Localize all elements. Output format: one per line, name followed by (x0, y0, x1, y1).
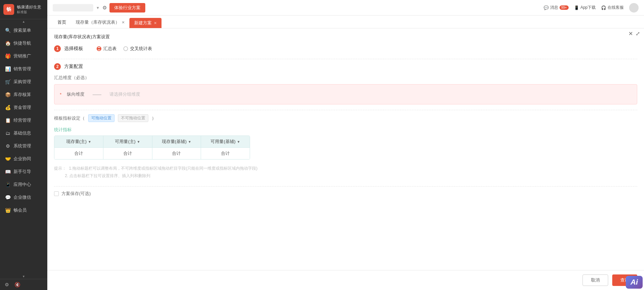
service-icon: 🎧 (601, 5, 606, 10)
scroll-up-indicator: ▲ (0, 19, 47, 24)
sidebar-item-finance[interactable]: 💰 资金管理 (0, 101, 47, 114)
sidebar-item-purchase[interactable]: 🛒 采购管理 (0, 75, 47, 88)
sidebar-item-search-label: 搜索菜单 (14, 27, 31, 33)
sidebar-item-sales-label: 销售管理 (14, 66, 31, 72)
sidebar-item-apps[interactable]: 📱 应用中心 (0, 178, 47, 191)
tab-inventory-close-icon[interactable]: ✕ (122, 20, 125, 25)
sidebar-item-apps-label: 应用中心 (14, 182, 31, 188)
sidebar-item-sales[interactable]: 📊 销售管理 (0, 63, 47, 75)
gear-icon[interactable]: ⚙ (102, 5, 107, 11)
sidebar-item-finance-label: 资金管理 (14, 104, 31, 111)
online-service-item[interactable]: 🎧 在线客服 (601, 5, 624, 10)
sidebar-item-shortcut-label: 快捷导航 (14, 40, 31, 46)
radio-cross[interactable]: 交叉统计表 (123, 46, 152, 52)
settings-icon[interactable]: ⚙ (5, 282, 9, 287)
template-indicator-suffix: ） (152, 115, 156, 121)
trial-button[interactable]: 体验行业方案 (109, 3, 145, 13)
cancel-button[interactable]: 取消 (583, 274, 608, 286)
online-service-label: 在线客服 (608, 5, 624, 10)
tip-text-1: 1.拖动标题栏可以调整布局，不可跨维度或指标区域拖动栏目字段(只能在同一维度或指… (69, 165, 257, 172)
tab-new-plan-label: 新建方案 (134, 20, 152, 26)
messages-item[interactable]: 💬 消息 99+ (544, 5, 569, 10)
weixin-icon: 💬 (5, 194, 11, 200)
ai-badge[interactable]: Ai (626, 276, 643, 289)
col-current-main[interactable]: 现存量(主) ▼ (54, 136, 103, 147)
apps-icon: 📱 (5, 182, 11, 188)
scroll-down-indicator: ▼ (0, 274, 47, 279)
sidebar-item-marketing[interactable]: 🎁 营销推广 (0, 50, 47, 63)
step1-section: 1 选择模板 汇总表 交叉统计表 (54, 45, 637, 52)
dropdown-icon[interactable]: ▼ (96, 6, 100, 10)
content-area: ✕ ⤢ 现存量(库存状况表)方案设置 1 选择模板 汇总表 (47, 28, 644, 270)
sidebar-item-newguide[interactable]: 📖 新手引导 (0, 165, 47, 178)
cell-2: 合计 (152, 148, 201, 159)
stats-table: 现存量(主) ▼ 可用量(主) ▼ 现存量(基辅) ▼ (54, 136, 250, 160)
radio-cross-circle (123, 46, 128, 51)
sidebar-item-basic-label: 基础信息 (14, 130, 31, 136)
header-right: 💬 消息 99+ 📱 App下载 🎧 在线客服 (544, 3, 639, 13)
tip-line-2: 2. 点击标题栏下拉可设置排序、插入列和删除列 (54, 172, 637, 180)
divider1 (54, 59, 637, 59)
sidebar-item-inventory[interactable]: 📦 库存核算 (0, 88, 47, 101)
app-download-item[interactable]: 📱 App下载 (574, 5, 596, 10)
tab-new-plan[interactable]: 新建方案 ✕ (129, 18, 162, 28)
radio-cross-label: 交叉统计表 (130, 46, 152, 52)
radio-group: 汇总表 交叉统计表 (97, 46, 152, 52)
tip-line-1: 提示： 1.拖动标题栏可以调整布局，不可跨维度或指标区域拖动栏目字段(只能在同一… (54, 165, 637, 172)
close-button[interactable]: ✕ (628, 30, 633, 37)
radio-summary[interactable]: 汇总表 (97, 46, 117, 52)
app-logo: 畅 畅康通好生意 标准版 (0, 0, 47, 19)
sidebar-item-member-label: 畅会员 (14, 207, 27, 213)
step2-badge: 2 (54, 63, 61, 70)
search-input[interactable] (53, 4, 93, 11)
tab-home-label: 首页 (57, 19, 66, 25)
sidebar-item-member[interactable]: 👑 畅会员 (0, 204, 47, 217)
app-download-label: App下载 (580, 5, 596, 10)
sidebar-item-system[interactable]: ⚙ 系统管理 (0, 140, 47, 152)
col-available-main[interactable]: 可用量(主) ▼ (103, 136, 152, 147)
col2-chevron-icon: ▼ (188, 140, 191, 144)
scroll-down-arrow: ▼ (22, 275, 25, 278)
tab-home[interactable]: 首页 (53, 17, 71, 28)
purchase-icon: 🛒 (5, 79, 11, 85)
step2-section: 2 方案配置 汇总维度（必选） * 纵向维度 —— 请选择分组维度 模板指标设定… (54, 63, 637, 179)
sidebar-item-weixin[interactable]: 💬 企业微信 (0, 191, 47, 204)
finance-icon: 💰 (5, 104, 11, 111)
sidebar-item-basic[interactable]: 🗂 基础信息 (0, 127, 47, 140)
tip-text-2: 2. 点击标题栏下拉可设置排序、插入列和删除列 (65, 172, 150, 180)
col-current-main-label: 现存量(主) (66, 139, 87, 145)
col-current-base[interactable]: 现存量(基辅) ▼ (152, 136, 201, 147)
radio-summary-circle (97, 46, 101, 51)
top-header: ▼ ⚙ 体验行业方案 💬 消息 99+ 📱 App下载 🎧 在线客服 (47, 0, 644, 16)
sidebar-item-operations[interactable]: 📋 经营管理 (0, 114, 47, 127)
col-available-base[interactable]: 可用量(基辅) ▼ (201, 136, 250, 147)
messages-badge: 99+ (560, 5, 569, 10)
tab-new-plan-close-icon[interactable]: ✕ (154, 21, 157, 25)
sidebar-item-newguide-label: 新手引导 (14, 169, 31, 175)
app-name: 畅康通好生意 (17, 4, 41, 10)
dimension-placeholder[interactable]: 请选择分组维度 (109, 91, 140, 97)
user-avatar[interactable] (629, 3, 639, 13)
save-checkbox[interactable] (54, 191, 59, 196)
sidebar-item-enterprise-label: 企业协同 (14, 156, 31, 162)
dimension-label: 汇总维度（必选） (54, 75, 637, 81)
shortcut-icon: 🏠 (5, 40, 11, 46)
divider2 (54, 110, 637, 110)
dimension-row: * 纵向维度 —— 请选择分组维度 (60, 91, 631, 97)
sidebar-item-enterprise[interactable]: 🤝 企业协同 (0, 152, 47, 165)
message-icon: 💬 (544, 5, 549, 10)
tabs-bar: 首页 现存量（库存状况表） ✕ 新建方案 ✕ (47, 16, 644, 28)
step2-header: 2 方案配置 (54, 63, 637, 70)
expand-button[interactable]: ⤢ (636, 30, 640, 37)
non-draggable-tag: 不可拖动位置 (118, 114, 148, 122)
divider3 (54, 186, 637, 187)
step2-label: 方案配置 (64, 64, 83, 70)
sidebar-item-shortcut[interactable]: 🏠 快捷导航 (0, 37, 47, 50)
col-current-base-label: 现存量(基辅) (162, 139, 187, 145)
stats-title: 统计指标 (54, 127, 637, 133)
sidebar-footer: ⚙ 🔇 (0, 279, 47, 290)
sidebar-item-search[interactable]: 🔍 搜索菜单 (0, 24, 47, 37)
tab-inventory-status[interactable]: 现存量（库存状况表） ✕ (71, 17, 129, 28)
audio-icon[interactable]: 🔇 (15, 282, 20, 287)
tab-inventory-label: 现存量（库存状况表） (76, 19, 120, 25)
